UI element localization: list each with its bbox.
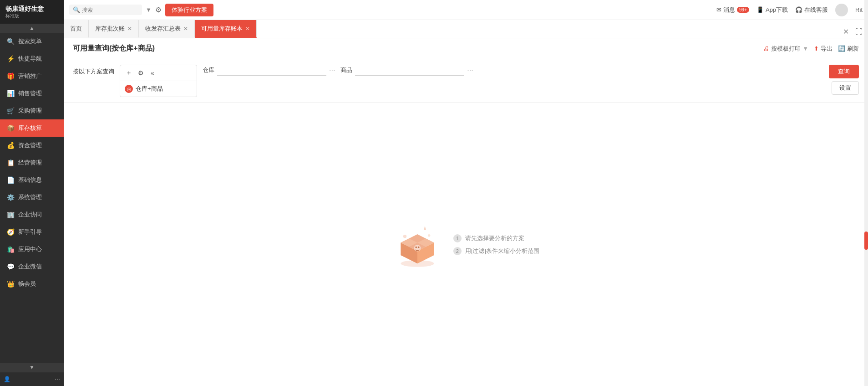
warehouse-input[interactable] bbox=[217, 65, 326, 76]
message-icon: ✉ bbox=[716, 6, 721, 13]
sidebar-item-label: 应用中心 bbox=[18, 245, 42, 253]
purchase-icon: 🛒 bbox=[6, 107, 15, 115]
print-template-btn[interactable]: 🖨 按模板打印 ▼ bbox=[763, 45, 808, 53]
basic-icon: 📄 bbox=[6, 176, 15, 184]
refresh-icon: 🔄 bbox=[838, 45, 845, 52]
filter-fields: 仓库 ··· 商品 ··· bbox=[203, 65, 823, 76]
svg-point-7 bbox=[415, 246, 417, 248]
shortcut-icon: ⚡ bbox=[6, 55, 15, 63]
tab-close-summary[interactable]: ✕ bbox=[183, 26, 188, 32]
avatar bbox=[835, 4, 848, 16]
topbar: 🔍 ▼ ⚙ 体验行业方案 ✉ 消息 99+ 📱 App下载 🎧 在线客服 Rit bbox=[64, 0, 868, 20]
newbie-icon: 🧭 bbox=[6, 228, 15, 236]
sidebar-item-purchase[interactable]: 🛒采购管理 bbox=[0, 102, 64, 119]
industry-button[interactable]: 体验行业方案 bbox=[165, 4, 213, 16]
system-icon: ⚙️ bbox=[6, 193, 15, 201]
sidebar-item-appstore[interactable]: 🛍️应用中心 bbox=[0, 241, 64, 258]
tab-close-all-icon[interactable]: ✕ bbox=[841, 26, 851, 38]
scheme-collapse-icon[interactable]: « bbox=[147, 68, 157, 78]
appstore-icon: 🛍️ bbox=[6, 245, 15, 253]
filter-label: 按以下方案查询 bbox=[73, 65, 114, 76]
search-icon: 🔍 bbox=[6, 37, 15, 46]
filter-scheme-header: ＋ ⚙ « bbox=[120, 65, 197, 81]
sidebar-item-label: 库存核算 bbox=[18, 124, 42, 132]
sidebar-item-label: 新手引导 bbox=[18, 228, 42, 236]
warehouse-more-icon[interactable]: ··· bbox=[329, 66, 335, 74]
right-scrollbar[interactable] bbox=[864, 0, 868, 386]
product-more-icon[interactable]: ··· bbox=[467, 66, 473, 74]
tab-close-batch[interactable]: ✕ bbox=[127, 26, 132, 32]
tab-available[interactable]: 可用量库存账本✕ bbox=[195, 20, 257, 38]
sidebar-item-shortcut[interactable]: ⚡快捷导航 bbox=[0, 50, 64, 67]
sidebar-item-funds[interactable]: 💰资金管理 bbox=[0, 137, 64, 154]
online-service-btn[interactable]: 🎧 在线客服 bbox=[795, 6, 828, 14]
product-input[interactable] bbox=[355, 65, 464, 76]
sidebar-item-newbie[interactable]: 🧭新手引导 bbox=[0, 223, 64, 241]
print-dropdown-icon[interactable]: ▼ bbox=[802, 45, 808, 52]
sidebar-item-inventory[interactable]: 📦库存核算 bbox=[0, 119, 64, 137]
query-button[interactable]: 查询 bbox=[829, 65, 859, 78]
export-label: 导出 bbox=[821, 45, 832, 53]
inventory-icon: 📦 bbox=[6, 124, 15, 132]
search-input[interactable] bbox=[82, 7, 127, 13]
tab-batch[interactable]: 库存批次账✕ bbox=[89, 20, 139, 38]
settings-button[interactable]: 设置 bbox=[832, 81, 859, 95]
sidebar-scroll-down[interactable]: ▼ bbox=[0, 363, 64, 372]
sidebar-item-label: 企业微信 bbox=[18, 262, 42, 271]
sidebar-expand-icon[interactable]: ⋯ bbox=[55, 376, 60, 382]
sidebar-item-member[interactable]: 👑畅会员 bbox=[0, 275, 64, 293]
tab-expand-icon[interactable]: ⛶ bbox=[853, 26, 864, 38]
scheme-add-icon[interactable]: ＋ bbox=[124, 68, 134, 78]
message-btn[interactable]: ✉ 消息 99+ bbox=[716, 6, 749, 14]
tip-text-2: 用[过滤]条件来缩小分析范围 bbox=[465, 247, 539, 255]
scrollbar-thumb bbox=[864, 232, 868, 250]
main-area: 🔍 ▼ ⚙ 体验行业方案 ✉ 消息 99+ 📱 App下载 🎧 在线客服 Rit bbox=[64, 0, 868, 386]
sidebar-item-label: 经营管理 bbox=[18, 159, 42, 167]
sidebar-item-operation[interactable]: 📋经营管理 bbox=[0, 154, 64, 171]
tab-home[interactable]: 首页 bbox=[64, 20, 89, 38]
app-download-btn[interactable]: 📱 App下载 bbox=[756, 6, 788, 14]
topbar-dropdown-icon[interactable]: ▼ bbox=[146, 6, 152, 13]
sidebar-item-sales[interactable]: 📊销售管理 bbox=[0, 85, 64, 102]
sidebar-item-system[interactable]: ⚙️系统管理 bbox=[0, 189, 64, 206]
filter-buttons: 查询 设置 bbox=[829, 65, 859, 95]
sidebar-nav: 🔍搜索菜单⚡快捷导航🎁营销推广📊销售管理🛒采购管理📦库存核算💰资金管理📋经营管理… bbox=[0, 33, 64, 363]
topbar-search-box: 🔍 bbox=[69, 5, 142, 15]
sidebar-item-wechat[interactable]: 💬企业微信 bbox=[0, 258, 64, 275]
scheme-item-warehouse-product[interactable]: ◎ 仓库+商品 bbox=[120, 81, 197, 97]
tab-summary[interactable]: 收发存汇总表✕ bbox=[139, 20, 195, 38]
scheme-settings-icon[interactable]: ⚙ bbox=[136, 68, 146, 78]
enterprise-icon: 🏢 bbox=[6, 211, 15, 219]
filter-scheme-panel: ＋ ⚙ « ◎ 仓库+商品 bbox=[120, 65, 197, 97]
export-btn[interactable]: ⬆ 导出 bbox=[814, 45, 832, 53]
operation-icon: 📋 bbox=[6, 159, 15, 167]
empty-state: 1 请先选择要分析的方案 2 用[过滤]条件来缩小分析范围 bbox=[64, 103, 868, 386]
svg-point-10 bbox=[428, 234, 431, 237]
empty-tip-1: 1 请先选择要分析的方案 bbox=[453, 234, 539, 242]
sidebar-item-label: 采购管理 bbox=[18, 107, 42, 115]
refresh-btn[interactable]: 🔄 刷新 bbox=[838, 45, 859, 53]
tab-close-available[interactable]: ✕ bbox=[245, 26, 250, 32]
refresh-label: 刷新 bbox=[847, 45, 859, 53]
sidebar-item-label: 快捷导航 bbox=[18, 55, 42, 63]
sidebar-item-enterprise[interactable]: 🏢企业协同 bbox=[0, 206, 64, 223]
sidebar-item-label: 销售管理 bbox=[18, 89, 42, 98]
page-header: 可用量查询(按仓库+商品) 🖨 按模板打印 ▼ ⬆ 导出 🔄 刷新 bbox=[64, 38, 868, 59]
member-icon: 👑 bbox=[6, 280, 15, 288]
sidebar-item-search[interactable]: 🔍搜索菜单 bbox=[0, 33, 64, 50]
tab-label-summary: 收发存汇总表 bbox=[145, 25, 181, 33]
svg-point-9 bbox=[403, 235, 406, 238]
product-field: 商品 ··· bbox=[340, 65, 473, 76]
topbar-gear-icon[interactable]: ⚙ bbox=[155, 5, 162, 14]
sidebar-item-basic[interactable]: 📄基础信息 bbox=[0, 171, 64, 189]
empty-illustration bbox=[392, 220, 442, 270]
app-download-label: App下载 bbox=[766, 6, 788, 14]
sidebar-item-label: 企业协同 bbox=[18, 211, 42, 219]
sales-icon: 📊 bbox=[6, 89, 15, 98]
sidebar-scroll-up[interactable]: ▲ bbox=[0, 24, 64, 33]
tab-label-batch: 库存批次账 bbox=[95, 25, 125, 33]
page-header-actions: 🖨 按模板打印 ▼ ⬆ 导出 🔄 刷新 bbox=[763, 45, 859, 53]
sidebar-item-label: 资金管理 bbox=[18, 141, 42, 149]
empty-tip-2: 2 用[过滤]条件来缩小分析范围 bbox=[453, 247, 539, 255]
sidebar-item-marketing[interactable]: 🎁营销推广 bbox=[0, 67, 64, 85]
